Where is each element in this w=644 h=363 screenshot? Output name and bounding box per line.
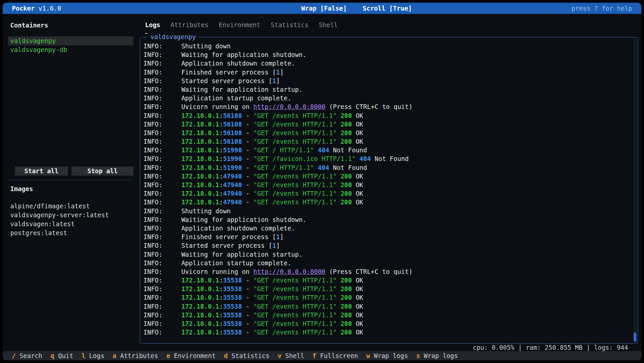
shortcut-search[interactable]: / Search bbox=[12, 352, 42, 359]
app-title: Pocker bbox=[12, 5, 35, 12]
log-segment: OK bbox=[352, 285, 363, 292]
log-line: INFO: Application startup complete. bbox=[143, 94, 632, 102]
log-segment bbox=[314, 164, 318, 171]
log-segment: 172.18.0.1 bbox=[181, 311, 219, 319]
log-segment: INFO: Finished server process [ bbox=[143, 69, 276, 76]
log-line: INFO: Application startup complete. bbox=[143, 259, 632, 267]
tab-logs[interactable]: Logs bbox=[145, 21, 160, 34]
log-segment: 35538 bbox=[223, 303, 242, 310]
log-segment: "GET /events HTTP/1.1" bbox=[253, 294, 337, 301]
log-segment: INFO: bbox=[143, 285, 181, 292]
shortcut-logs[interactable]: l Logs bbox=[81, 352, 104, 359]
log-segment: 404 bbox=[318, 164, 329, 171]
log-segment: : bbox=[219, 129, 223, 136]
log-segment: : bbox=[219, 155, 223, 162]
log-segment: 1 bbox=[272, 242, 276, 249]
log-line: INFO: Waiting for application shutdown. bbox=[143, 215, 632, 224]
log-segment: "GET /events HTTP/1.1" bbox=[253, 303, 337, 310]
resource-status-line: cpu: 0.005% | ram: 250.855 MB | logs: 94… bbox=[136, 344, 641, 351]
log-line: INFO: 172.18.0.1:35538 - "GET /events HT… bbox=[143, 319, 632, 328]
tab-environment[interactable]: Environment bbox=[219, 21, 260, 34]
image-item[interactable]: valdsvagenpy-server:latest bbox=[8, 211, 134, 220]
log-segment: 51990 bbox=[223, 164, 242, 171]
log-segment: : bbox=[219, 138, 223, 145]
log-segment: - bbox=[242, 329, 253, 336]
shortcut-key: f bbox=[312, 352, 316, 359]
log-segment: OK bbox=[352, 129, 363, 136]
log-segment: 35538 bbox=[223, 311, 242, 319]
log-segment: "GET /events HTTP/1.1" bbox=[253, 329, 337, 336]
log-segment: OK bbox=[352, 198, 363, 206]
log-segment: 172.18.0.1 bbox=[181, 155, 219, 162]
log-segment: 200 bbox=[341, 129, 352, 136]
log-segment: "GET /events HTTP/1.1" bbox=[253, 129, 337, 136]
log-segment: "GET /events HTTP/1.1" bbox=[253, 112, 337, 119]
log-segment: 56108 bbox=[223, 112, 242, 119]
shortcut-wrap-logs[interactable]: s Wrap logs bbox=[416, 352, 458, 359]
scrollbar-thumb[interactable] bbox=[634, 333, 636, 342]
log-segment: INFO: Waiting for application startup. bbox=[143, 251, 302, 258]
log-line: INFO: 172.18.0.1:56108 - "GET /events HT… bbox=[143, 111, 632, 120]
shortcut-environment[interactable]: e Environment bbox=[166, 352, 216, 359]
log-segment: 172.18.0.1 bbox=[181, 173, 219, 180]
log-line: INFO: 172.18.0.1:56108 - "GET /events HT… bbox=[143, 137, 632, 146]
log-segment: ] bbox=[280, 233, 284, 240]
log-segment: OK bbox=[352, 320, 363, 327]
log-segment: ] bbox=[276, 242, 280, 249]
log-segment: INFO: bbox=[143, 311, 181, 319]
log-segment bbox=[337, 121, 340, 128]
log-segment: 172.18.0.1 bbox=[181, 138, 219, 145]
log-segment: - bbox=[242, 164, 253, 171]
log-content[interactable]: INFO: Shutting downINFO: Waiting for app… bbox=[140, 38, 632, 343]
log-segment: - bbox=[242, 277, 253, 284]
log-segment: INFO: Shutting down bbox=[143, 207, 231, 215]
start-all-button[interactable]: Start all bbox=[15, 167, 68, 176]
container-list: valdsvagenpyvaldsvagenpy-db bbox=[8, 36, 134, 167]
log-segment: INFO: bbox=[143, 138, 181, 145]
log-segment: 200 bbox=[341, 285, 352, 292]
log-segment: 47940 bbox=[223, 198, 242, 206]
image-item[interactable]: valdsvagen:latest bbox=[8, 220, 134, 229]
log-segment: : bbox=[219, 112, 223, 119]
log-segment: INFO: Application startup complete. bbox=[143, 94, 291, 102]
log-segment: Not Found bbox=[329, 164, 367, 171]
log-segment: : bbox=[219, 320, 223, 327]
log-segment: - bbox=[242, 121, 253, 128]
log-segment: INFO: Waiting for application shutdown. bbox=[143, 216, 306, 223]
shortcut-statistics[interactable]: d Statistics bbox=[224, 352, 269, 359]
scrollbar[interactable] bbox=[633, 38, 637, 342]
log-segment: INFO: bbox=[143, 129, 181, 136]
shortcut-quit[interactable]: q Quit bbox=[51, 352, 74, 359]
log-segment bbox=[337, 198, 340, 206]
log-segment: INFO: Uvicorn running on bbox=[143, 103, 253, 110]
log-line: INFO: 172.18.0.1:47940 - "GET /events HT… bbox=[143, 181, 632, 189]
tab-shell[interactable]: Shell bbox=[319, 21, 338, 34]
log-segment: 200 bbox=[341, 277, 352, 284]
image-item[interactable]: postgres:latest bbox=[8, 229, 134, 237]
content-row: Containers valdsvagenpyvaldsvagenpy-db S… bbox=[3, 14, 641, 351]
log-segment: OK bbox=[352, 190, 363, 197]
log-segment: INFO: bbox=[143, 198, 181, 206]
log-segment: 51990 bbox=[223, 146, 242, 154]
tab-statistics[interactable]: Statistics bbox=[271, 21, 308, 34]
image-item[interactable]: alpine/dfimage:latest bbox=[8, 202, 134, 211]
log-line: INFO: 172.18.0.1:51990 - "GET /favicon.i… bbox=[143, 154, 632, 163]
container-item-valdsvagenpy-db[interactable]: valdsvagenpy-db bbox=[8, 45, 134, 54]
log-segment: ] bbox=[276, 77, 280, 84]
log-segment: 47940 bbox=[223, 190, 242, 197]
log-segment: "GET /favicon.ico HTTP/1.1" bbox=[253, 155, 356, 162]
shortcut-label: Fullscreen bbox=[316, 352, 358, 359]
tab-attributes[interactable]: Attributes bbox=[171, 21, 208, 34]
shortcut-wrap-logs[interactable]: w Wrap logs bbox=[366, 352, 408, 359]
log-segment: INFO: Application shutdown complete. bbox=[143, 60, 295, 67]
shortcut-fullscreen[interactable]: f Fullscreen bbox=[312, 352, 358, 359]
log-segment: "GET /events HTTP/1.1" bbox=[253, 173, 337, 180]
stop-all-button[interactable]: Stop all bbox=[72, 167, 134, 176]
container-item-valdsvagenpy[interactable]: valdsvagenpy bbox=[8, 36, 134, 45]
log-segment: 200 bbox=[341, 294, 352, 301]
log-line: INFO: 172.18.0.1:47940 - "GET /events HT… bbox=[143, 198, 632, 206]
log-segment: "GET /events HTTP/1.1" bbox=[253, 190, 337, 197]
log-segment: 172.18.0.1 bbox=[181, 164, 219, 171]
shortcut-attributes[interactable]: a Attributes bbox=[113, 352, 158, 359]
shortcut-shell[interactable]: v Shell bbox=[278, 352, 304, 359]
